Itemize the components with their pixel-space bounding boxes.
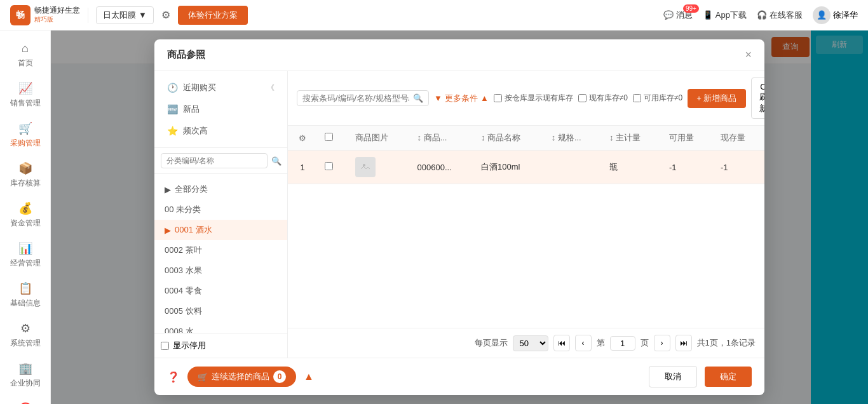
row-checkbox[interactable]: [325, 162, 333, 170]
logo: 畅 畅捷通好生意 精巧版: [10, 5, 80, 25]
sidebar-label-finance: 资金管理: [10, 218, 41, 229]
category-00[interactable]: 00 未分类: [154, 199, 287, 220]
sidebar-label-inventory: 库存核算: [10, 178, 41, 189]
search-submit-icon[interactable]: 🔍: [413, 93, 423, 103]
help-icon[interactable]: ❓: [167, 371, 180, 383]
logo-sub: 精巧版: [34, 15, 80, 24]
warehouse-stock-label: 按仓库显示现有库存: [505, 93, 573, 104]
sidebar-item-purchase[interactable]: 🛒 采购管理: [0, 115, 50, 155]
col-image: 商品图片: [348, 126, 410, 151]
recent-purchase-btn[interactable]: 🕐 近期购买 《: [161, 77, 281, 98]
product-search-input[interactable]: [302, 93, 409, 103]
dialog-left-panel: 🕐 近期购买 《 🆕 新品 ⭐ 频次高: [154, 71, 288, 358]
nav-message[interactable]: 💬 消息 99+: [663, 10, 693, 21]
warehouse-stock-filter[interactable]: 按仓库显示现有库存: [494, 93, 573, 104]
page-size-select[interactable]: 50 100: [513, 335, 548, 351]
row-code: 000600...: [410, 151, 474, 184]
table-row[interactable]: 1: [288, 151, 764, 184]
new-product-btn[interactable]: 🆕 新品: [161, 99, 281, 119]
main-layout: ⌂ 首页 📈 销售管理 🛒 采购管理 📦 库存核算 💰 资金管理 📊 经营管理 …: [0, 30, 868, 404]
first-page-btn[interactable]: ⏮: [553, 335, 570, 351]
category-0001[interactable]: ▶ 0001 酒水: [154, 220, 287, 240]
user-menu[interactable]: 👤 徐泽华: [813, 6, 858, 24]
sidebar-label-home: 首页: [18, 58, 33, 69]
product-reference-dialog: 商品参照 × 🕐 近期购买 《 🆕: [154, 39, 764, 395]
high-frequency-btn[interactable]: ⭐ 频次高: [161, 121, 281, 141]
more-filters-btn[interactable]: ▼ 更多条件 ▲: [434, 93, 489, 104]
message-badge: 99+: [683, 4, 699, 13]
sidebar-item-inventory[interactable]: 📦 库存核算: [0, 155, 50, 195]
dialog-body: 🕐 近期购买 《 🆕 新品 ⭐ 频次高: [154, 71, 764, 358]
col-settings[interactable]: ⚙: [288, 126, 317, 151]
warehouse-stock-checkbox[interactable]: [494, 94, 502, 102]
current-stock-label: 现有库存≠0: [589, 93, 628, 104]
sidebar-item-enterprise[interactable]: 🏢 企业协同: [0, 355, 50, 395]
row-name: 白酒100ml: [473, 151, 544, 184]
category-0008[interactable]: 0008 水: [154, 321, 287, 333]
category-0004[interactable]: 0004 零食: [154, 281, 287, 301]
dialog-header: 商品参照 ×: [154, 39, 764, 71]
sidebar-item-basic-info[interactable]: 📋 基础信息: [0, 275, 50, 315]
sidebar-item-operations[interactable]: 📊 经营管理: [0, 235, 50, 275]
sidebar-item-sales[interactable]: 📈 销售管理: [0, 75, 50, 115]
sidebar-item-home[interactable]: ⌂ 首页: [0, 36, 50, 75]
category-all[interactable]: ▶ 全部分类: [154, 179, 287, 199]
col-unit[interactable]: ↕ 主计量: [602, 126, 661, 151]
next-page-btn[interactable]: ›: [654, 335, 670, 351]
table-body: 1: [288, 151, 764, 184]
col-code[interactable]: ↕ 商品...: [410, 126, 474, 151]
sidebar-label-basic: 基础信息: [10, 298, 41, 309]
gear-icon[interactable]: ⚙: [161, 9, 170, 21]
close-icon[interactable]: ×: [745, 48, 752, 62]
dialog-right-panel: 🔍 ▼ 更多条件 ▲ 按仓库显示现有库存: [288, 71, 764, 358]
show-disabled-checkbox[interactable]: [161, 342, 169, 350]
cart-count: 0: [273, 370, 286, 383]
current-stock-checkbox[interactable]: [578, 94, 587, 102]
cat-label-0002: 0002 茶叶: [165, 245, 202, 256]
select-all-checkbox[interactable]: [325, 133, 333, 141]
collapse-footer-icon[interactable]: ▲: [304, 371, 314, 382]
sidebar-item-finance[interactable]: 💰 资金管理: [0, 195, 50, 235]
category-0002[interactable]: 0002 茶叶: [154, 240, 287, 260]
cart-button[interactable]: 🛒 连续选择的商品 0: [187, 367, 296, 387]
product-thumbnail: [355, 157, 376, 177]
product-table: ⚙ 商品图片 ↕ 商品... ↕ 商品名称: [288, 126, 764, 184]
col-spec[interactable]: ↕ 规格...: [544, 126, 602, 151]
modal-overlay: 商品参照 × 🕐 近期购买 《 🆕: [51, 30, 868, 404]
top-nav: 畅 畅捷通好生意 精巧版 日太阳膜 ▼ ⚙ 体验行业方案 💬 消息 99+ 📱 …: [0, 0, 868, 30]
available-stock-label: 可用库存≠0: [644, 93, 682, 104]
page-number-input[interactable]: [610, 336, 635, 351]
store-selector[interactable]: 日太阳膜 ▼: [96, 6, 154, 24]
collapse-icon[interactable]: 《: [267, 83, 275, 93]
add-product-button[interactable]: + 新增商品: [688, 89, 745, 108]
confirm-button[interactable]: 确定: [705, 367, 752, 387]
avatar: 👤: [813, 6, 831, 24]
category-0003[interactable]: 0003 水果: [154, 260, 287, 281]
col-checkbox[interactable]: [317, 126, 348, 151]
expand-icon: ▶: [165, 185, 171, 194]
store-name: 日太阳膜: [103, 10, 136, 21]
last-page-btn[interactable]: ⏭: [675, 335, 692, 351]
category-0005[interactable]: 0005 饮料: [154, 301, 287, 321]
sidebar-item-system[interactable]: ⚙ 系统管理: [0, 315, 50, 355]
clock-icon: 🕐: [167, 83, 178, 93]
category-search-area: 🔍: [154, 148, 287, 174]
nav-customer-service[interactable]: 🎧 在线客服: [757, 10, 803, 21]
cancel-button[interactable]: 取消: [649, 366, 697, 387]
row-num: 1: [288, 151, 317, 184]
category-search-input[interactable]: [161, 153, 268, 168]
refresh-button[interactable]: C 刷新: [751, 77, 765, 119]
filter-arrow: ▲: [480, 93, 489, 103]
quick-buttons-area: 🕐 近期购买 《 🆕 新品 ⭐ 频次高: [154, 71, 287, 148]
dialog-footer: ❓ 🛒 连续选择的商品 0 ▲ 取消 确定: [154, 358, 764, 395]
available-stock-checkbox[interactable]: [633, 94, 641, 102]
current-stock-filter[interactable]: 现有库存≠0: [578, 93, 628, 104]
prev-page-btn[interactable]: ‹: [575, 335, 592, 351]
sidebar-item-guide[interactable]: 🎯 新手引导: [0, 395, 50, 404]
available-stock-filter[interactable]: 可用库存≠0: [633, 93, 682, 104]
row-checkbox-cell[interactable]: [317, 151, 348, 184]
trial-button[interactable]: 体验行业方案: [178, 6, 248, 25]
cat-label-0005: 0005 饮料: [165, 306, 202, 317]
col-name[interactable]: ↕ 商品名称: [473, 126, 544, 151]
nav-app-download[interactable]: 📱 App下载: [703, 10, 747, 21]
